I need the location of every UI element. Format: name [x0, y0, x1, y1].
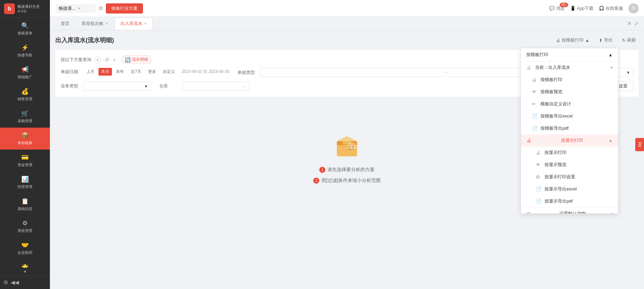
date-btn-this-year[interactable]: 本年 — [113, 68, 127, 76]
app-logo: b 畅捷通好生意 标准版 — [0, 0, 50, 18]
sidebar-settings-btn[interactable]: ⚙ — [3, 279, 8, 286]
avatar-text: 用 — [632, 5, 636, 11]
sidebar-item-operations[interactable]: 📊 经营管理 — [0, 172, 50, 193]
display-print-group-icon: 🖨 — [526, 138, 532, 143]
sidebar-item-purchase[interactable]: 🛒 采购管理 — [0, 106, 50, 128]
dropdown-item-template-custom[interactable]: ✏ 模板自定义设计 — [521, 98, 618, 110]
logo-icon: b — [4, 3, 15, 14]
dropdown-footer-set-default[interactable]: ⚙ 设置默认功能 ▾ — [521, 207, 618, 213]
print-template-btn[interactable]: 🖨 按模板打印 ▲ — [553, 36, 592, 45]
sidebar-item-basic[interactable]: 📋 基础信息 — [0, 193, 50, 215]
dropdown-sub-display-export-pdf[interactable]: 📄 按显示导出pdf — [521, 195, 618, 207]
display-print-group-chevron: ▲ — [609, 138, 613, 143]
sidebar-item-enterprise[interactable]: 🤝 企业协同 — [0, 237, 50, 259]
doc-type-dropdown-icon: ▾ — [627, 70, 630, 75]
sidebar-scroll-down[interactable]: ▾ — [0, 268, 50, 275]
step1-num: 1 — [319, 167, 325, 173]
sidebar-item-finance[interactable]: 💳 资金管理 — [0, 150, 50, 172]
template-export-pdf-label: 按模板导出pdf — [540, 125, 568, 131]
refresh-btn[interactable]: ↻ 刷新 — [619, 36, 639, 45]
dropdown-header-title: 按模板打印 — [526, 52, 548, 58]
app-download-btn[interactable]: 📱 App下载 — [570, 5, 593, 11]
date-btn-more[interactable]: 更多 — [145, 68, 159, 76]
dropdown-header-chevron[interactable]: ▲ — [608, 52, 613, 57]
date-btn-last-month[interactable]: 上月 — [84, 68, 97, 76]
warehouse-select[interactable]: ··· — [182, 82, 250, 91]
dropdown-sub-display-preview[interactable]: 👁 按显示预览 — [521, 159, 618, 171]
dropdown-item-template-export-excel[interactable]: 📄 按模板导出excel — [521, 110, 618, 122]
sidebar-label-quick-nav: 快捷导航 — [18, 53, 32, 58]
step2-text: 用[过滤]条件来缩小分析范围 — [321, 178, 381, 184]
print-template-label: 按模板打印 — [562, 37, 584, 43]
topbar-gear-icon[interactable]: ⚙ — [98, 5, 103, 11]
tab-inventory-batch-label: 库存批次账 — [82, 21, 104, 27]
display-excel-icon: 📄 — [536, 186, 541, 192]
dropdown-item-template-preview[interactable]: 👁 按模板预览 — [521, 86, 618, 98]
user-display-text: 畅捷通... — [59, 5, 76, 11]
user-avatar[interactable]: 用 — [628, 3, 639, 14]
dropdown-current-item[interactable]: 🖨 当前：出入库流水 ▾ — [521, 61, 618, 74]
sidebar-item-search[interactable]: 🔍 搜索菜单 — [0, 18, 50, 40]
date-btn-7days[interactable]: 近7天 — [128, 68, 144, 76]
filter-collapse-btn[interactable]: « — [113, 57, 116, 62]
tabbar-controls: ✕ ⤢ — [627, 20, 639, 27]
sidebar-item-quick-nav[interactable]: ⚡ 快捷导航 — [0, 40, 50, 62]
basic-icon: 📋 — [21, 198, 29, 205]
tab-stock-flow-close[interactable]: × — [144, 21, 147, 26]
tab-inventory-batch[interactable]: 库存批次账 × — [76, 18, 113, 29]
filter-setting-btn[interactable]: ⚙ — [104, 56, 110, 63]
tab-stock-flow[interactable]: 出入库流水 × — [115, 18, 152, 30]
page-content: 出入库流水(流水明细) 🖨 按模板打印 ▲ ⬆ 导出 ↻ 刷新 — [50, 30, 644, 289]
doc-type-more-icon[interactable]: ··· — [444, 70, 447, 75]
message-icon: 💬 — [549, 6, 555, 11]
page-actions: 🖨 按模板打印 ▲ ⬆ 导出 ↻ 刷新 按模 — [553, 36, 639, 45]
page-title: 出入库流水(流水明细) — [55, 36, 114, 44]
online-service-btn[interactable]: 🎧 在线客服 — [599, 5, 623, 11]
flow-tag: 🔄 流水明细 — [121, 55, 152, 64]
message-btn[interactable]: 💬 消息 99+ — [549, 5, 565, 11]
tab-close-all[interactable]: ✕ — [627, 20, 632, 27]
message-badge: 99+ — [560, 3, 568, 7]
dropdown-scroll-area[interactable]: 🖨 当前：出入库流水 ▾ 🖨 按模板打印 👁 按模 — [521, 61, 618, 213]
sidebar-item-guide[interactable]: 🌟 新手引导 — [0, 259, 50, 268]
dropdown-sub-display-print[interactable]: 🖨 按显示打印 — [521, 147, 618, 159]
sidebar-item-inventory[interactable]: 📦 库存核算 — [0, 128, 50, 150]
finance-icon: 💳 — [21, 154, 29, 161]
biz-type-select[interactable]: ▾ — [84, 82, 151, 91]
dropdown-item-template-export-pdf[interactable]: 📄 按模板导出pdf — [521, 122, 618, 134]
sidebar-label-search: 搜索菜单 — [18, 31, 32, 36]
sidebar-collapse-btn[interactable]: ◀◀ — [11, 279, 19, 286]
export-icon: ⬆ — [599, 38, 603, 43]
display-print-group-header[interactable]: 🖨 按显示打印 ▲ — [521, 134, 618, 147]
template-print-label: 按模板打印 — [540, 77, 562, 83]
set-default-label: 设置默认功能 — [559, 211, 586, 213]
display-preview-icon: 👁 — [536, 162, 541, 167]
dropdown-sub-display-export-excel[interactable]: 📄 按显示导出excel — [521, 183, 618, 195]
user-selector[interactable]: 畅捷通... ▾ — [55, 4, 96, 13]
svg-point-6 — [352, 146, 354, 148]
trial-button[interactable]: 体验行业方案 — [106, 3, 143, 14]
dropdown-item-template-print[interactable]: 🖨 按模板打印 — [521, 74, 618, 86]
warehouse-more-icon[interactable]: ··· — [242, 84, 246, 89]
dropdown-sub-display-settings[interactable]: ⚙ 按显示打印设置 — [521, 171, 618, 183]
online-service-label: 在线客服 — [606, 5, 623, 11]
date-btn-custom[interactable]: 自定义 — [160, 68, 178, 76]
sidebar-label-finance: 资金管理 — [18, 162, 32, 167]
tab-stock-flow-label: 出入库流水 — [120, 21, 142, 27]
tab-expand-icon[interactable]: ⤢ — [634, 20, 639, 27]
date-btn-this-month[interactable]: 本月 — [98, 68, 112, 76]
flow-tag-icon: 🔄 — [125, 57, 130, 62]
sidebar-item-system[interactable]: ⚙ 系统管理 — [0, 215, 50, 237]
sidebar-item-marketing[interactable]: 📢 营销推广 — [0, 62, 50, 84]
filter-add-btn[interactable]: + — [94, 56, 101, 63]
enterprise-icon: 🤝 — [21, 241, 29, 249]
right-edge-button[interactable]: Rit — [635, 138, 644, 151]
tab-inventory-batch-close[interactable]: × — [106, 21, 108, 26]
sidebar-item-sales[interactable]: 💰 销售管理 — [0, 84, 50, 106]
tab-home[interactable]: 首页 — [55, 18, 75, 29]
export-btn[interactable]: ⬆ 导出 — [596, 36, 615, 45]
dropdown-current-label: 当前：出入库流水 — [535, 64, 570, 71]
app-edition: 标准版 — [18, 9, 40, 14]
flow-tag-label: 流水明细 — [132, 57, 148, 62]
date-range-display: 2023-06-01 至 2023-06-30 — [182, 69, 229, 75]
